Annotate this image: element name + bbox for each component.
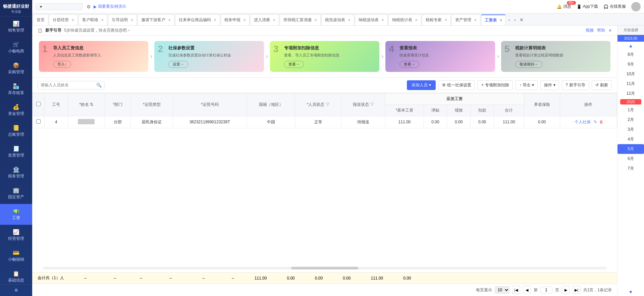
tab-进入清册[interactable]: 进入清册✕ [250, 14, 279, 25]
social-insurance-link[interactable]: 个人社保 [575, 120, 591, 124]
tab-工资表[interactable]: 工资表✕ [481, 14, 506, 25]
unified-setting-button[interactable]: ⚙ 统一社保设置 [438, 80, 475, 90]
sidebar-item-资金管理[interactable]: 💰资金管理 [0, 100, 32, 121]
tab-close-icon[interactable]: ✕ [415, 18, 418, 22]
tab-往来单位商品编码[interactable]: 往来单位商品编码✕ [175, 14, 220, 25]
sidebar-item-发票管理[interactable]: 🧾发票管理 [0, 141, 32, 162]
tab-邀请下游客户[interactable]: 邀请下游客户✕ [138, 14, 174, 25]
guide-step-btn-3[interactable]: 查看→ [284, 61, 304, 68]
tab-客户联络[interactable]: 客户联络✕ [78, 14, 107, 25]
tab-close-icon[interactable]: ✕ [130, 18, 133, 22]
filter-icon[interactable]: ▽ [326, 102, 330, 107]
company-selector[interactable]: ▾ [36, 3, 83, 10]
prev-page-button[interactable]: ◀ [523, 286, 531, 294]
month-item-10月[interactable]: 10月 [618, 69, 644, 79]
tab-税务申报[interactable]: 税务申报✕ [221, 14, 250, 25]
month-item-1月[interactable]: 1月 [618, 105, 644, 115]
tab-引导说明[interactable]: 引导说明✕ [108, 14, 137, 25]
guide-video-link[interactable]: 视频 [586, 28, 594, 33]
refresh-button[interactable]: ↺ 刷新 [592, 80, 612, 90]
search-input[interactable] [41, 83, 96, 87]
tab-税检专家[interactable]: 税检专家✕ [422, 14, 451, 25]
guide-help-link[interactable]: 帮助 [597, 28, 605, 33]
tabbar: 首页分层经营✕客户联络✕引导说明✕邀请下游客户✕往来单位商品编码✕税务申报✕进入… [32, 13, 644, 26]
delete-icon[interactable]: 🗑 [599, 120, 603, 124]
message-button[interactable]: 🔔 消息 99+ [557, 4, 571, 9]
row-checkbox[interactable] [36, 119, 41, 124]
tab-分层经营[interactable]: 分层经营✕ [49, 14, 78, 25]
tab-所得税汇算清缴[interactable]: 所得税汇算清缴✕ [280, 14, 321, 25]
month-item-6月[interactable]: 6月 [618, 154, 644, 164]
sidebar-item-经营管理[interactable]: 📈经营管理 [0, 225, 32, 246]
first-page-button[interactable]: |◀ [512, 286, 520, 294]
tab-close-icon[interactable]: ✕ [273, 18, 275, 22]
month-item-7月[interactable]: 7月 [618, 164, 644, 173]
tab-close-icon[interactable]: ✕ [243, 18, 246, 22]
guide-step-btn-2[interactable]: 设置→ [168, 61, 188, 68]
demo-link[interactable]: ▶ 我要看实例演示 [94, 4, 126, 9]
month-item-4月[interactable]: 4月 [618, 134, 644, 144]
tab-close-icon[interactable]: ✕ [214, 18, 216, 22]
month-item-9月[interactable]: 9月 [618, 59, 644, 69]
guide-step-btn-5[interactable]: 敬请期待→ [515, 61, 542, 68]
sidebar-item-总账管理[interactable]: 📒总账管理 [0, 121, 32, 141]
month-down-button[interactable]: ▼ [618, 288, 644, 296]
month-item-2月[interactable]: 2月 [618, 115, 644, 125]
tab-close-icon[interactable]: ✕ [101, 18, 104, 22]
guide-button[interactable]: ? 新手引导 [562, 80, 589, 90]
sidebar-item-小畅报销[interactable]: 💳小畅报销 [0, 246, 32, 266]
tab-prev-button[interactable]: ‹ [506, 14, 512, 25]
tab-close-all-button[interactable]: ✕ [518, 14, 526, 25]
month-year: 2023.05 [618, 35, 644, 42]
footer-dash4: -- [153, 276, 189, 281]
sidebar-settings[interactable]: ⚙ [0, 284, 32, 296]
special-deduction-button[interactable]: + 专项附加扣除 [478, 80, 513, 90]
tab-close-icon[interactable]: ✕ [499, 18, 502, 22]
select-all-checkbox[interactable] [36, 102, 41, 106]
guide-step-btn-4[interactable]: 查看→ [399, 61, 419, 68]
online-service-button[interactable]: 🎧 在线客服 [603, 4, 626, 9]
action-button[interactable]: 操作 ▾ [540, 80, 559, 90]
tab-close-icon[interactable]: ✕ [444, 18, 447, 22]
month-item-3月[interactable]: 3月 [618, 125, 644, 134]
app-download-button[interactable]: 📱 App下载 [577, 4, 598, 9]
tab-next-button[interactable]: › [512, 14, 518, 25]
edit-icon[interactable]: ✎ [594, 120, 597, 124]
sidebar-item-基础信息[interactable]: 📋基础信息 [0, 266, 32, 284]
month-item-11月[interactable]: 11月 [618, 79, 644, 89]
sidebar-item-销售管理[interactable]: 📊销售管理 [0, 16, 32, 37]
tab-纳税波动表[interactable]: 纳税波动表✕ [355, 14, 388, 25]
filter-icon2[interactable]: ▽ [370, 102, 374, 107]
month-item-active[interactable]: 5月 [618, 144, 644, 154]
tab-close-icon[interactable]: ✕ [168, 18, 171, 22]
month-up-button[interactable]: ▲ [618, 42, 644, 50]
tab-资产管理[interactable]: 资产管理✕ [451, 14, 480, 25]
export-button[interactable]: ↑ 导出 ▾ [516, 80, 538, 90]
sidebar-item-小畅电商[interactable]: 🛒小畅电商 [0, 37, 32, 58]
guide-close-icon[interactable]: ✕ [608, 28, 612, 33]
horizontal-scrollbar[interactable] [32, 264, 617, 272]
tab-close-icon[interactable]: ✕ [474, 18, 477, 22]
next-page-button[interactable]: ▶ [562, 286, 570, 294]
tab-close-icon[interactable]: ✕ [381, 18, 384, 22]
tab-纳税统计表[interactable]: 纳税统计表✕ [388, 14, 421, 25]
per-page-select[interactable]: 10 20 50 [495, 286, 509, 294]
tab-税负波动表[interactable]: 税负波动表✕ [321, 14, 354, 25]
tab-首页[interactable]: 首页 [33, 14, 48, 25]
user-avatar[interactable] [631, 2, 641, 11]
tab-close-icon[interactable]: ✕ [314, 18, 317, 22]
sidebar-item-固定资产[interactable]: 🏢固定资产 [0, 183, 32, 204]
tab-close-icon[interactable]: ✕ [348, 18, 351, 22]
settings-icon[interactable]: ⚙ [87, 4, 91, 9]
last-page-button[interactable]: ▶| [573, 286, 581, 294]
sidebar-item-采购管理[interactable]: 📦采购管理 [0, 58, 32, 79]
add-person-button[interactable]: 添加人员 ▾ [407, 80, 436, 90]
sidebar-item-税务管理[interactable]: 🏦税务管理 [0, 162, 32, 183]
month-item-8月[interactable]: 8月 [618, 50, 644, 59]
sidebar-item-库存核算[interactable]: 🏪库存核算 [0, 79, 32, 100]
month-item-12月[interactable]: 12月 [618, 89, 644, 98]
sidebar-item-工资[interactable]: 💵工资 [0, 204, 32, 225]
page-input[interactable] [540, 287, 552, 293]
tab-close-icon[interactable]: ✕ [71, 18, 74, 22]
guide-step-btn-1[interactable]: 导入↑ [53, 61, 71, 68]
